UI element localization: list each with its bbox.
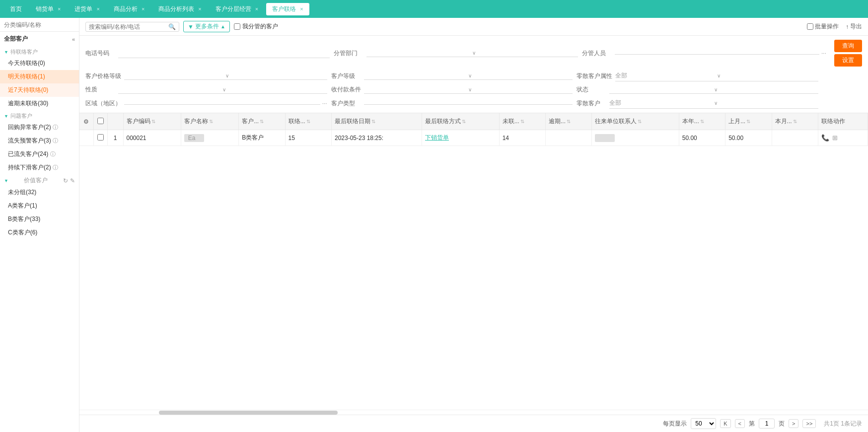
nature-select[interactable]: ∨ [118, 86, 327, 94]
retail-customer-select[interactable]: 全部 ∨ [609, 98, 818, 109]
row-last-method: 下销货单 [422, 130, 499, 146]
nav-customer-contact-close[interactable]: × [300, 6, 303, 12]
horizontal-scrollbar[interactable] [79, 410, 868, 415]
nav-home[interactable]: 首页 [4, 3, 28, 15]
customer-table: ⚙ 客户编码⇅ 客户名称⇅ 客户...⇅ [79, 113, 868, 146]
nav-sales-order[interactable]: 销货单 × [30, 3, 67, 15]
region-select[interactable] [124, 102, 320, 105]
sidebar-all-customers[interactable]: 全部客户 « [0, 32, 79, 46]
main-search-input[interactable] [89, 23, 168, 30]
export-btn[interactable]: ↑ 导出 [846, 22, 862, 31]
edit-value-icon[interactable]: ✎ [70, 177, 75, 184]
region-ellipsis[interactable]: ··· [322, 100, 327, 107]
nav-product-analysis-close[interactable]: × [142, 6, 145, 12]
dept-arrow-icon: ∨ [472, 50, 578, 56]
col-unit-contact: 往来单位联系人⇅ [592, 113, 679, 130]
customer-level-arrow: ∨ [468, 73, 573, 78]
filter-retail-customer: 零散客户 全部 ∨ [577, 98, 818, 109]
last-page-btn[interactable]: >> [802, 419, 816, 428]
col-check [93, 113, 107, 130]
action-phone-icon[interactable]: 📞 [821, 134, 829, 142]
dept-select[interactable]: ∨ [366, 49, 578, 57]
top-nav: 首页 销货单 × 进货单 × 商品分析 × 商品分析列表 × 客户分层经营 × … [0, 0, 868, 18]
phone-input[interactable] [118, 49, 330, 58]
sidebar-item-today[interactable]: 今天待联络(0) [0, 57, 79, 70]
nature-arrow: ∨ [222, 87, 327, 92]
row-last-date: 2023-05-23 18:25: [331, 130, 422, 146]
my-customers-checkbox[interactable] [234, 23, 240, 30]
nav-product-analysis-list[interactable]: 商品分析列表 × [152, 3, 207, 15]
filter-phone: 电话号码 [85, 49, 330, 58]
customer-level-select[interactable]: ∨ [364, 72, 573, 80]
sidebar-search-input[interactable] [4, 21, 78, 28]
nav-sales-order-close[interactable]: × [58, 6, 61, 12]
next-page-btn[interactable]: > [789, 419, 798, 428]
query-button[interactable]: 查询 [834, 40, 862, 52]
last-method-link[interactable]: 下销货单 [425, 134, 449, 141]
filter-dept: 分管部门 ∨ [334, 49, 578, 58]
sidebar-item-b-class[interactable]: B类客户(33) [0, 213, 79, 226]
batch-checkbox[interactable] [807, 23, 813, 30]
col-not-contacted: 未联...⇅ [499, 113, 545, 130]
nav-product-analysis-list-close[interactable]: × [198, 6, 201, 12]
nav-customer-tier[interactable]: 客户分层经营 × [210, 3, 264, 15]
sort-date-icon: ⇅ [371, 119, 375, 124]
col-last-method: 最后联络方式⇅ [422, 113, 499, 130]
sidebar-item-overdue[interactable]: 逾期未联络(30) [0, 97, 79, 110]
payment-select[interactable]: ∨ [364, 86, 573, 94]
sidebar-item-attrited[interactable]: 已流失客户(24) ⓘ [0, 147, 79, 161]
scrollbar-thumb[interactable] [159, 411, 338, 415]
nav-customer-contact[interactable]: 客户联络 × [266, 3, 309, 15]
col-category: 客户...⇅ [239, 113, 285, 130]
first-page-btn[interactable]: K [720, 419, 730, 428]
action-grid-icon[interactable]: ⊞ [832, 134, 838, 142]
nav-purchase-order[interactable]: 进货单 × [69, 3, 105, 15]
customer-type-select[interactable] [364, 102, 573, 105]
col-name: 客户名称⇅ [181, 113, 238, 130]
refresh-icon[interactable]: ↻ [63, 177, 68, 184]
sidebar-item-attrition-warning[interactable]: 流失预警客户(3) ⓘ [0, 134, 79, 147]
page-size-select[interactable]: 50 20 100 [691, 418, 716, 429]
col-last-date: 最后联络日期⇅ [331, 113, 422, 130]
row-actions: 📞 ⊞ [818, 130, 868, 146]
nav-purchase-order-close[interactable]: × [96, 6, 99, 12]
table-gear-icon[interactable]: ⚙ [83, 118, 89, 125]
filter-action-btns: 查询 设置 [834, 40, 862, 67]
col-this-year: 本年...⇅ [679, 113, 725, 130]
col-overdue: 逾期...⇅ [546, 113, 592, 130]
sidebar-item-a-class[interactable]: A类客户(1) [0, 199, 79, 213]
table-footer: 每页显示 50 20 100 K < 第 页 > >> 共1页 1条记录 [79, 415, 868, 432]
more-conditions-btn[interactable]: ▼ 更多条件 ▲ [183, 21, 230, 32]
sort-lm-icon: ⇅ [746, 119, 750, 124]
row-check [93, 130, 107, 146]
sidebar-item-declining[interactable]: 持续下滑客户(2) ⓘ [0, 161, 79, 174]
page-input[interactable] [759, 419, 775, 429]
manager-ellipsis[interactable]: ··· [821, 50, 826, 57]
filter-bar: 🔍 ▼ 更多条件 ▲ 我分管的客户 批量操作 ↑ 导出 [79, 18, 868, 36]
sidebar-item-abnormal[interactable]: 回购异常客户(2) ⓘ [0, 121, 79, 134]
sidebar-item-tomorrow[interactable]: 明天待联络(1) [0, 70, 79, 83]
row-checkbox[interactable] [97, 134, 104, 141]
main-search-icon[interactable]: 🔍 [168, 23, 176, 30]
row-gear [79, 130, 93, 146]
filter-status: 状态 ∨ [577, 85, 818, 94]
price-level-select[interactable]: ∨ [124, 72, 327, 80]
row-last-month: 50.00 [725, 130, 772, 146]
filter-row-4: 区域（地区） ··· 客户类型 零散客户 全部 ∨ [85, 98, 862, 109]
sidebar-item-c-class[interactable]: C类客户(6) [0, 226, 79, 239]
select-all-checkbox[interactable] [97, 118, 104, 124]
sidebar-item-ungrouped[interactable]: 未分组(32) [0, 186, 79, 199]
batch-op-btn[interactable]: 批量操作 [804, 21, 842, 32]
sidebar-item-7days[interactable]: 近7天待联络(0) [0, 83, 79, 97]
reset-button[interactable]: 设置 [834, 54, 862, 67]
col-last-month: 上月...⇅ [725, 113, 772, 130]
manager-select[interactable] [615, 52, 819, 55]
row-unit-contact [592, 130, 679, 146]
prev-page-btn[interactable]: < [735, 419, 745, 428]
status-select[interactable]: ∨ [609, 86, 818, 94]
col-action: 联络动作 [818, 113, 868, 130]
row-overdue [546, 130, 592, 146]
nav-customer-tier-close[interactable]: × [255, 6, 258, 12]
nav-product-analysis[interactable]: 商品分析 × [108, 3, 150, 15]
retail-attr-select[interactable]: 全部 ∨ [615, 71, 818, 81]
